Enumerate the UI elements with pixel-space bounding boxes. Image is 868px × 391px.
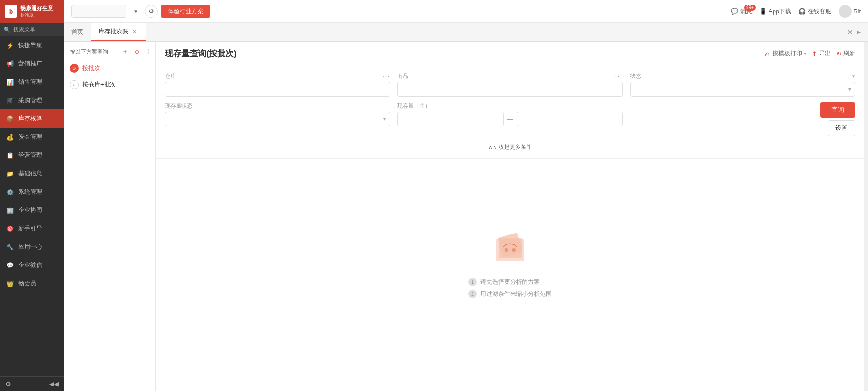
sidebar-item-label: 畅会员 <box>18 279 36 288</box>
scheme-by-warehouse-batch[interactable]: ○ 按仓库+批次 <box>64 76 155 93</box>
sidebar-item-label: 企业协同 <box>18 206 42 214</box>
sidebar-item-apps[interactable]: 🔧 应用中心 <box>0 238 64 256</box>
topbar: ▾ ⚙ 体验行业方案 💬 消息 99+ 📱 App下载 🎧 在线客服 Rit <box>64 0 868 23</box>
app-download-label: App下载 <box>769 7 791 16</box>
sales-icon: 📊 <box>5 77 15 87</box>
print-icon: 🖨 <box>764 50 770 57</box>
tab-close-btn[interactable]: ✕ <box>131 28 138 35</box>
experience-btn[interactable]: 体验行业方案 <box>161 5 210 18</box>
sidebar-item-finance[interactable]: 💰 资金管理 <box>0 128 64 146</box>
filter-buttons-area: 查询 设置 <box>630 102 855 136</box>
settings-footer-icon[interactable]: ⚙ <box>5 380 11 387</box>
sidebar-item-guide[interactable]: 🎯 新手引导 <box>0 219 64 238</box>
tab-home[interactable]: 首页 <box>64 23 91 41</box>
sidebar-item-label: 库存核算 <box>18 114 42 123</box>
status-dropdown-arrow[interactable]: ▾ <box>852 73 855 79</box>
main-area: ▾ ⚙ 体验行业方案 💬 消息 99+ 📱 App下载 🎧 在线客服 Rit <box>64 0 868 391</box>
tab-inventory-batch[interactable]: 库存批次账 ✕ <box>91 23 146 41</box>
online-service-label: 在线客服 <box>808 7 831 16</box>
export-icon: ⬆ <box>812 50 817 57</box>
collapse-sidebar-btn[interactable]: ◀◀ <box>49 380 59 387</box>
warehouse-label: 仓库 <box>165 72 176 80</box>
system-icon: ⚙️ <box>5 187 15 196</box>
sidebar-item-enterprise[interactable]: 🏢 企业协同 <box>0 201 64 219</box>
right-scrollbar[interactable] <box>864 42 868 391</box>
sidebar-item-label: 快捷导航 <box>18 41 42 49</box>
app-edition: 标准版 <box>20 12 53 18</box>
sidebar-item-system[interactable]: ⚙️ 系统管理 <box>0 183 64 201</box>
print-btn[interactable]: 🖨 按模板打印 ▾ <box>764 49 807 58</box>
app-download-btn[interactable]: 📱 App下载 <box>759 7 791 16</box>
sidebar-item-quick-nav[interactable]: ⚡ 快捷导航 <box>0 36 64 54</box>
content-area: 按以下方案查询 ＋ ⊙ 《 ⊙ 按批次 ○ 按仓库+批次 <box>64 42 868 391</box>
scheme-warehouse-label: 按仓库+批次 <box>82 81 116 89</box>
username: Rit <box>853 8 861 15</box>
sidebar-item-sales[interactable]: 📊 销售管理 <box>0 73 64 91</box>
sidebar-item-wechat[interactable]: 💬 企业微信 <box>0 256 64 274</box>
collapse-left-panel-btn[interactable]: 《 <box>144 48 150 56</box>
tab-inventory-batch-label: 库存批次账 <box>99 27 128 36</box>
sidebar-item-label: 营销推广 <box>18 60 42 68</box>
print-dropdown-arrow[interactable]: ▾ <box>804 51 807 57</box>
scheme-settings-btn[interactable]: ⊙ <box>132 47 142 56</box>
app-name: 畅康通好生意 <box>20 5 53 12</box>
sidebar-search[interactable]: 🔍 搜索菜单 <box>0 23 64 36</box>
warehouse-input[interactable] <box>165 82 390 97</box>
sidebar-header: b 畅康通好生意 标准版 <box>0 0 64 23</box>
refresh-label: 刷新 <box>843 49 855 58</box>
left-panel: 按以下方案查询 ＋ ⊙ 《 ⊙ 按批次 ○ 按仓库+批次 <box>64 42 156 391</box>
messages-btn[interactable]: 💬 消息 99+ <box>731 7 752 16</box>
empty-tips: 1 请先选择要分析的方案 2 用过滤条件来缩小分析范围 <box>468 278 552 298</box>
tip-text-1: 请先选择要分析的方案 <box>480 278 540 286</box>
status-select[interactable]: ▾ <box>630 82 855 97</box>
inv-status-select[interactable]: ▾ <box>165 112 390 126</box>
inv-qty-from[interactable] <box>397 112 503 126</box>
search-label: 搜索菜单 <box>13 26 35 33</box>
more-tabs-btn[interactable]: ▶ <box>857 29 861 35</box>
inventory-icon: 📦 <box>5 114 15 123</box>
filter-product-col: 商品 ··· <box>397 72 622 97</box>
close-all-btn[interactable]: ✕ <box>847 28 853 37</box>
page-title: 现存量查询(按批次) <box>165 48 236 59</box>
export-btn[interactable]: ⬆ 导出 <box>812 49 831 58</box>
topbar-dropdown-btn[interactable]: ▾ <box>130 6 141 17</box>
settings-button[interactable]: 设置 <box>828 120 855 136</box>
sidebar-item-marketing[interactable]: 📢 营销推广 <box>0 54 64 73</box>
empty-tip-1: 1 请先选择要分析的方案 <box>468 278 552 286</box>
headset-icon: 🎧 <box>798 8 806 15</box>
apps-icon: 🔧 <box>5 242 15 251</box>
search-top-input[interactable] <box>71 5 126 18</box>
filter-warehouse-label-row: 仓库 ··· <box>165 72 390 80</box>
sidebar-item-member[interactable]: 👑 畅会员 <box>0 274 64 293</box>
sidebar-item-operations[interactable]: 📋 经营管理 <box>0 146 64 164</box>
product-dots[interactable]: ··· <box>615 73 623 80</box>
product-input[interactable] <box>397 82 622 97</box>
empty-illustration <box>487 225 533 271</box>
online-service-btn[interactable]: 🎧 在线客服 <box>798 7 831 16</box>
message-icon: 💬 <box>731 8 738 15</box>
refresh-btn[interactable]: ↻ 刷新 <box>836 49 855 58</box>
collapse-more-btn[interactable]: ∧∧ 收起更多条件 <box>165 141 855 151</box>
sidebar-item-inventory[interactable]: 📦 库存核算 <box>0 109 64 128</box>
topbar-settings-btn[interactable]: ⚙ <box>145 5 158 18</box>
collapse-more-label: 收起更多条件 <box>499 143 532 151</box>
sidebar-nav: ⚡ 快捷导航 📢 营销推广 📊 销售管理 🛒 采购管理 📦 库存核算 💰 资金管… <box>0 36 64 376</box>
add-scheme-btn[interactable]: ＋ <box>121 47 130 56</box>
filter-inv-status-label-row: 现存量状态 <box>165 102 390 110</box>
warehouse-dots[interactable]: ··· <box>383 73 390 80</box>
chevron-up-icon: ∧∧ <box>489 144 497 151</box>
wechat-icon: 💬 <box>5 261 15 270</box>
svg-rect-2 <box>499 238 522 258</box>
sidebar-item-basic[interactable]: 📁 基础信息 <box>0 164 64 183</box>
query-button[interactable]: 查询 <box>820 102 855 118</box>
filter-inv-status-col: 现存量状态 ▾ <box>165 102 390 136</box>
scheme-warehouse-icon: ○ <box>70 80 79 89</box>
operations-icon: 📋 <box>5 151 15 160</box>
sidebar-item-purchase[interactable]: 🛒 采购管理 <box>0 91 64 109</box>
page-title-bar: 现存量查询(按批次) 🖨 按模板打印 ▾ ⬆ 导出 ↻ 刷新 <box>156 42 864 65</box>
inv-qty-to[interactable] <box>517 112 623 126</box>
purchase-icon: 🛒 <box>5 96 15 105</box>
scheme-by-batch[interactable]: ⊙ 按批次 <box>64 60 155 76</box>
user-area[interactable]: Rit <box>839 5 861 18</box>
empty-tip-2: 2 用过滤条件来缩小分析范围 <box>468 290 552 298</box>
